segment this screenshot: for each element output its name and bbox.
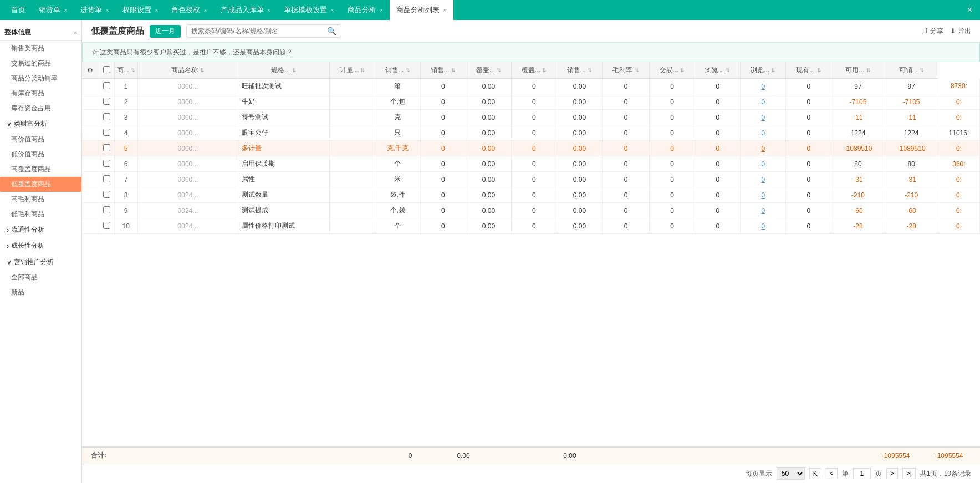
select-all-checkbox[interactable] <box>103 66 110 73</box>
row-checkbox[interactable] <box>103 82 110 89</box>
sidebar-item-low-profit[interactable]: 低毛利商品 <box>0 207 81 222</box>
sidebar-item-high-value[interactable]: 高价值商品 <box>0 132 81 147</box>
row-name[interactable]: 符号测试 <box>238 110 330 125</box>
row-checkbox[interactable] <box>103 206 110 213</box>
browse2-col-header[interactable]: 浏览... ⇅ <box>741 62 786 79</box>
row-checkbox[interactable] <box>103 144 110 151</box>
nav-tab-analysis[interactable]: 商品分析 × <box>341 0 390 20</box>
row-browse1[interactable]: 0 <box>741 110 786 125</box>
prev-page-button[interactable]: < <box>826 468 838 479</box>
row-name[interactable]: 属性价格打印测试 <box>238 218 330 234</box>
time-filter-button[interactable]: 近一月 <box>150 25 181 38</box>
row-checkbox-cell[interactable] <box>99 79 114 94</box>
row-browse1[interactable]: 0 <box>741 218 786 234</box>
sidebar-item-category-rate[interactable]: 商品分类动销率 <box>0 71 81 86</box>
row-name[interactable]: 测试提成 <box>238 203 330 218</box>
avail-col-header[interactable]: 可用... ⇅ <box>831 62 885 79</box>
row-checkbox[interactable] <box>103 129 110 136</box>
per-page-select[interactable]: 50 100 200 <box>777 467 805 480</box>
row-browse1[interactable]: 0 <box>741 79 786 94</box>
sidebar-item-sales-goods[interactable]: 销售类商品 <box>0 41 81 56</box>
search-icon[interactable]: 🔍 <box>327 27 336 35</box>
row-name[interactable]: 多计量 <box>238 141 330 156</box>
row-checkbox-cell[interactable] <box>99 125 114 141</box>
row-name[interactable]: 属性 <box>238 172 330 187</box>
stock-col-header[interactable]: 现有... ⇅ <box>786 62 831 79</box>
sidebar-section-marketing[interactable]: ∨ 营销推广分析 <box>0 254 81 270</box>
sidebar-item-low-value[interactable]: 低价值商品 <box>0 147 81 162</box>
sidebar-item-capital[interactable]: 库存资金占用 <box>0 101 81 116</box>
row-browse1[interactable]: 0 <box>741 187 786 203</box>
row-checkbox[interactable] <box>103 98 110 105</box>
close-icon[interactable]: × <box>203 7 207 13</box>
sidebar-item-traded-goods[interactable]: 交易过的商品 <box>0 56 81 71</box>
close-icon[interactable]: × <box>105 7 109 13</box>
first-page-button[interactable]: K <box>809 468 821 479</box>
window-close-button[interactable]: × <box>964 4 976 16</box>
row-browse1[interactable]: 0 <box>741 125 786 141</box>
row-checkbox-cell[interactable] <box>99 141 114 156</box>
row-checkbox-cell[interactable] <box>99 203 114 218</box>
code-col-header[interactable]: 商... ⇅ <box>114 62 137 79</box>
close-icon[interactable]: × <box>155 7 158 13</box>
row-checkbox[interactable] <box>103 113 110 120</box>
checkbox-col-header[interactable] <box>99 62 114 79</box>
row-checkbox-cell[interactable] <box>99 156 114 172</box>
unit-col-header[interactable]: 计量... ⇅ <box>329 62 375 79</box>
close-icon[interactable]: × <box>64 7 67 13</box>
close-icon[interactable]: × <box>443 7 446 13</box>
trade-col-header[interactable]: 交易... ⇅ <box>650 62 695 79</box>
row-checkbox-cell[interactable] <box>99 218 114 234</box>
gross-col-header[interactable]: 毛利率 ⇅ <box>603 62 650 79</box>
sidebar-item-all-goods[interactable]: 全部商品 <box>0 270 81 285</box>
sidebar-item-high-profit[interactable]: 高毛利商品 <box>0 192 81 207</box>
share-button[interactable]: ⤴ 分享 <box>925 27 943 36</box>
search-input[interactable] <box>191 27 325 35</box>
sidebar-item-high-coverage[interactable]: 高覆盖度商品 <box>0 162 81 177</box>
cov1-col-header[interactable]: 覆盖... ⇅ <box>466 62 511 79</box>
row-checkbox[interactable] <box>103 175 110 182</box>
close-icon[interactable]: × <box>330 7 334 13</box>
close-icon[interactable]: × <box>267 7 270 13</box>
nav-tab-purchase[interactable]: 进货单 × <box>74 0 115 20</box>
sidebar-item-new-goods[interactable]: 新品 <box>0 285 81 300</box>
sales3-col-header[interactable]: 销售... ⇅ <box>557 62 602 79</box>
row-name[interactable]: 启用保质期 <box>238 156 330 172</box>
next-page-button[interactable]: > <box>886 468 898 479</box>
row-checkbox[interactable] <box>103 222 110 229</box>
settings-col-header[interactable]: ⚙ <box>82 62 99 79</box>
spec-col-header[interactable]: 规格... ⇅ <box>238 62 330 79</box>
export-button[interactable]: ⬇ 导出 <box>950 27 971 36</box>
sidebar-item-stocked-goods[interactable]: 有库存商品 <box>0 86 81 101</box>
sidebar-item-low-coverage[interactable]: 低覆盖度商品 <box>0 177 81 192</box>
row-browse1[interactable]: 0 <box>741 203 786 218</box>
row-checkbox[interactable] <box>103 160 110 167</box>
row-checkbox[interactable] <box>103 191 110 198</box>
row-name[interactable]: 旺辅批次测试 <box>238 79 330 94</box>
sales-qty-col-header[interactable]: 销售... ⇅ <box>375 62 420 79</box>
nav-tab-sales[interactable]: 销货单 × <box>32 0 74 20</box>
row-name[interactable]: 测试数量 <box>238 187 330 203</box>
nav-tab-role[interactable]: 角色授权 × <box>165 0 213 20</box>
sales-amt-col-header[interactable]: 销售... ⇅ <box>420 62 466 79</box>
browse1-col-header[interactable]: 浏览... ⇅ <box>695 62 741 79</box>
last-page-button[interactable]: >| <box>902 468 916 479</box>
row-name[interactable]: 牛奶 <box>238 94 330 110</box>
nav-tab-home[interactable]: 首页 <box>4 0 32 20</box>
sidebar-section-flow[interactable]: › 流通性分析 <box>0 222 81 238</box>
row-browse1[interactable]: 0 <box>741 156 786 172</box>
nav-tab-template[interactable]: 单据模板设置 × <box>277 0 340 20</box>
sellable-col-header[interactable]: 可销... ⇅ <box>885 62 938 79</box>
row-checkbox-cell[interactable] <box>99 110 114 125</box>
row-browse1[interactable]: 0 <box>741 94 786 110</box>
row-checkbox-cell[interactable] <box>99 187 114 203</box>
collapse-icon[interactable]: « <box>74 29 77 35</box>
nav-tab-product[interactable]: 产成品入库单 × <box>214 0 277 20</box>
row-browse1[interactable]: 0 <box>741 141 786 156</box>
nav-tab-permission[interactable]: 权限设置 × <box>116 0 165 20</box>
row-browse1[interactable]: 0 <box>741 172 786 187</box>
page-number-input[interactable] <box>853 468 871 479</box>
nav-tab-analysis-list[interactable]: 商品分析列表 × <box>390 0 453 20</box>
name-col-header[interactable]: 商品名称 ⇅ <box>137 62 238 79</box>
sidebar-section-growth[interactable]: › 成长性分析 <box>0 238 81 254</box>
